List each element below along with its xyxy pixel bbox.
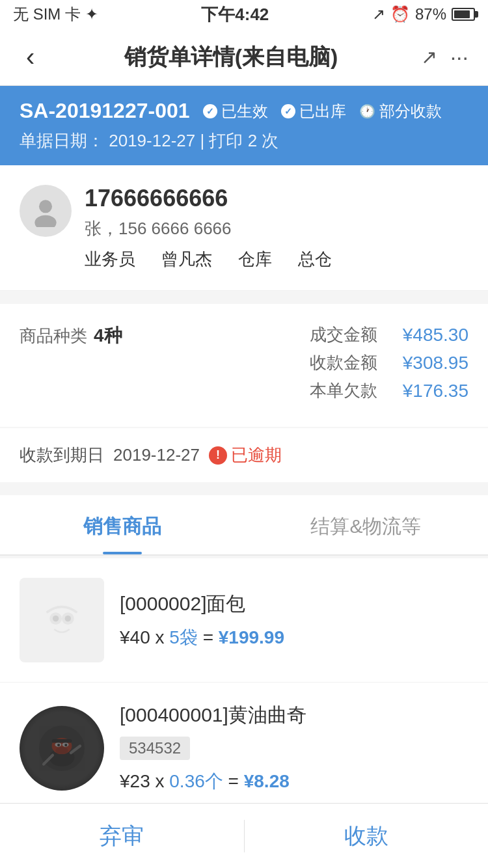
deal-amount-value: ¥485.30: [390, 325, 468, 346]
price-sep2-2: =: [228, 771, 244, 791]
badge-partial: 🕐 部分收款: [359, 101, 442, 122]
status-right: ↗ ⏰ 87%: [372, 5, 475, 23]
badge-shipped: ✓ 已出库: [281, 101, 346, 122]
svg-point-0: [39, 200, 52, 213]
battery-icon: [452, 8, 475, 21]
order-id: SA-20191227-001: [20, 99, 190, 123]
badge-effective-label: 已生效: [221, 101, 268, 122]
types-count: 4种: [94, 323, 122, 348]
status-bar: 无 SIM 卡 ✦ 下午4:42 ↗ ⏰ 87%: [0, 0, 488, 29]
price-total-2: ¥8.28: [244, 771, 290, 791]
product-info-2: [000400001]黄油曲奇 534532 ¥23 x 0.36个 = ¥8.…: [120, 702, 468, 794]
received-value: ¥308.95: [390, 353, 468, 373]
price-total: ¥199.99: [219, 627, 284, 647]
customer-section: 17666666666 张，156 6666 6666 业务员 曾凡杰 仓库 总…: [0, 165, 488, 291]
customer-info: 17666666666 张，156 6666 6666 业务员 曾凡杰 仓库 总…: [85, 185, 468, 271]
product-sku: 534532: [120, 737, 190, 760]
clock-icon: 🕐: [359, 103, 375, 119]
debt-value: ¥176.35: [390, 381, 468, 401]
price-sep1: x: [156, 627, 170, 647]
back-button[interactable]: ‹: [20, 36, 41, 78]
debt-label: 本单欠款: [310, 379, 377, 402]
share-icon[interactable]: ↗: [421, 46, 437, 68]
svg-point-11: [57, 744, 60, 746]
received-row: 收款金额 ¥308.95: [310, 351, 468, 374]
product-item: [0000002]面包 ¥40 x 5袋 = ¥199.99: [0, 558, 488, 683]
badge-partial-label: 部分收款: [379, 101, 442, 122]
svg-point-12: [64, 744, 67, 746]
due-section: 收款到期日 2019-12-27 ! 已逾期: [0, 428, 488, 482]
deal-amount-row: 成交金额 ¥485.30: [310, 323, 468, 346]
customer-sub: 张，156 6666 6666: [85, 217, 468, 240]
warehouse-label: 仓库: [238, 248, 272, 271]
customer-meta: 业务员 曾凡杰 仓库 总仓: [85, 248, 468, 271]
product-info: [0000002]面包 ¥40 x 5袋 = ¥199.99: [120, 591, 468, 650]
print-info: 打印 2 次: [209, 131, 278, 150]
product-item: [000400001]黄油曲奇 534532 ¥23 x 0.36个 = ¥8.…: [0, 683, 488, 814]
battery-text: 87%: [415, 5, 446, 23]
order-header: SA-20191227-001 ✓ 已生效 ✓ 已出库 🕐 部分收款 单据日期：…: [0, 86, 488, 165]
cancel-review-button[interactable]: 弃审: [0, 808, 244, 864]
overdue-icon: !: [209, 446, 227, 465]
types-label: 商品种类: [20, 325, 87, 347]
svg-point-4: [53, 616, 59, 621]
tabs-section: 销售商品 结算&物流等: [0, 495, 488, 556]
badge-shipped-label: 已出库: [299, 101, 346, 122]
summary-right: 成交金额 ¥485.30 收款金额 ¥308.95 本单欠款 ¥176.35: [310, 323, 468, 407]
tab-sales-label: 销售商品: [83, 515, 161, 537]
check-icon-2: ✓: [281, 104, 295, 118]
nav-bar: ‹ 销货单详情(来自电脑) ↗ ···: [0, 29, 488, 86]
bottom-bar: 弃审 收款: [0, 803, 488, 868]
separator: |: [200, 131, 209, 150]
due-date: 2019-12-27: [113, 445, 200, 465]
more-icon[interactable]: ···: [450, 44, 468, 70]
order-header-top: SA-20191227-001 ✓ 已生效 ✓ 已出库 🕐 部分收款: [20, 99, 468, 123]
svg-point-5: [65, 616, 71, 621]
deal-amount-label: 成交金额: [310, 323, 377, 346]
price-qty-2: 0.36个: [169, 771, 223, 791]
customer-avatar: [20, 185, 72, 237]
badge-effective: ✓ 已生效: [203, 101, 268, 122]
svg-point-14: [55, 746, 68, 753]
price-base-2: ¥23: [120, 771, 150, 791]
sales-name: 曾凡杰: [161, 248, 212, 271]
sales-label: 业务员: [85, 248, 135, 271]
signal-text: 无 SIM 卡 ✦: [13, 4, 98, 25]
svg-rect-13: [52, 739, 72, 743]
product-thumbnail-ninja: [20, 706, 104, 791]
alarm-icon: ⏰: [390, 5, 410, 23]
collect-payment-button[interactable]: 收款: [245, 808, 489, 864]
price-sep2: =: [203, 627, 219, 647]
price-sep1-2: x: [156, 771, 170, 791]
product-price-2: ¥23 x 0.36个 = ¥8.28: [120, 769, 468, 794]
tab-sales-products[interactable]: 销售商品: [0, 495, 244, 554]
location-icon: ↗: [372, 5, 385, 23]
svg-point-1: [34, 215, 56, 227]
status-time: 下午4:42: [201, 3, 269, 26]
overdue-badge: ! 已逾期: [209, 444, 282, 467]
customer-main-name: 17666666666: [85, 185, 468, 212]
product-name-2: [000400001]黄油曲奇: [120, 702, 468, 729]
product-price: ¥40 x 5袋 = ¥199.99: [120, 625, 468, 650]
order-date: 2019-12-27: [109, 131, 195, 150]
status-left: 无 SIM 卡 ✦: [13, 4, 98, 25]
summary-section: 商品种类 4种 成交金额 ¥485.30 收款金额 ¥308.95 本单欠款 ¥…: [0, 304, 488, 427]
summary-left: 商品种类 4种: [20, 323, 122, 348]
overdue-text: 已逾期: [231, 444, 282, 467]
product-thumbnail: [20, 578, 104, 662]
page-title: 销货单详情(来自电脑): [124, 42, 338, 72]
date-label: 单据日期：: [20, 131, 104, 150]
nav-actions: ↗ ···: [421, 44, 468, 70]
received-label: 收款金额: [310, 351, 377, 374]
warehouse-name: 总仓: [298, 248, 332, 271]
product-list: [0000002]面包 ¥40 x 5袋 = ¥199.99: [0, 558, 488, 814]
check-icon: ✓: [203, 104, 217, 118]
product-name: [0000002]面包: [120, 591, 468, 617]
due-label: 收款到期日: [20, 444, 104, 467]
price-qty: 5袋: [169, 627, 198, 647]
tab-settlement-label: 结算&物流等: [310, 515, 421, 537]
order-date-info: 单据日期： 2019-12-27 | 打印 2 次: [20, 129, 468, 152]
tab-settlement[interactable]: 结算&物流等: [244, 495, 488, 554]
item-types: 商品种类 4种: [20, 323, 122, 348]
price-base: ¥40: [120, 627, 150, 647]
